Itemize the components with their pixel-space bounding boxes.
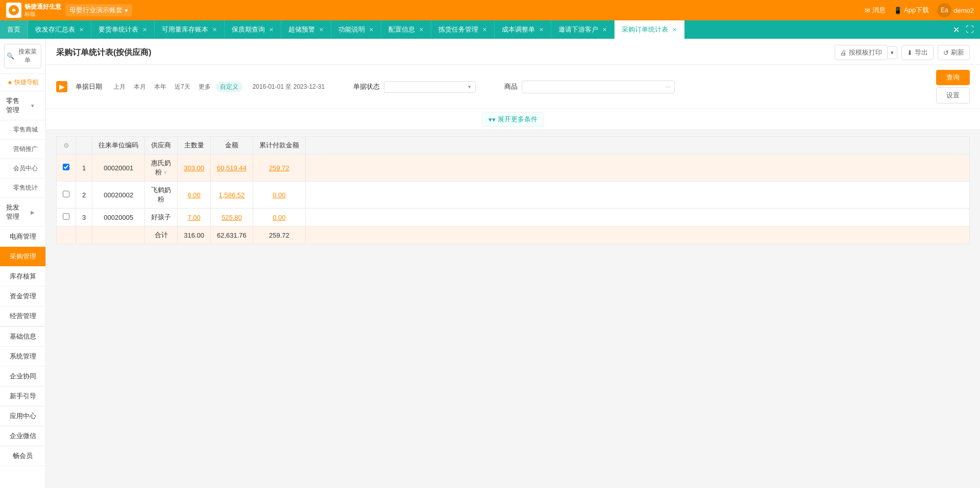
tab-保质期查询[interactable]: 保质期查询 ✕ — [225, 20, 281, 39]
sidebar: 🔍 搜索菜单 ★ 快捷导航 零售管理 ▼ 零售商城 营销推广 会员中心 零售统计… — [0, 39, 46, 488]
filter-status-group: 单据状态 ▾ — [353, 81, 476, 93]
th-checkbox: ⚙ — [57, 137, 76, 155]
sidebar-item-零售统计[interactable]: 零售统计 — [0, 178, 45, 198]
sidebar-item-企业微信[interactable]: 企业微信 — [0, 426, 45, 446]
export-button[interactable]: ⬇ 导出 — [901, 45, 934, 60]
custom-date-tag[interactable]: 自定义 — [216, 82, 242, 92]
th-code: 往来单位编码 — [92, 137, 145, 155]
filter-goods-group: 商品 ··· — [504, 81, 928, 93]
tab-close-收发存汇总表[interactable]: ✕ — [79, 27, 84, 33]
expand-more-btn[interactable]: ▾▾ 展开更多条件 — [482, 112, 544, 126]
sidebar-quicknav[interactable]: ★ 快捷导航 — [0, 74, 45, 91]
sidebar-item-新手引导[interactable]: 新手引导 — [0, 387, 45, 406]
tab-close-功能说明[interactable]: ✕ — [369, 27, 374, 33]
tab-可用量库存账本[interactable]: 可用量库存账本 ✕ — [155, 20, 225, 39]
tab-采购订单统计表[interactable]: 采购订单统计表 ✕ — [615, 20, 684, 39]
nav-close-icon[interactable]: ✕ — [951, 23, 962, 37]
refresh-icon: ↺ — [943, 49, 949, 57]
td-checkbox[interactable] — [57, 155, 76, 182]
sidebar-item-采购管理[interactable]: 采购管理 — [0, 247, 45, 267]
tab-close-拣货任务管理[interactable]: ✕ — [482, 27, 487, 33]
tab-home[interactable]: 首页 — [0, 20, 28, 39]
tab-配置信息[interactable]: 配置信息 ✕ — [381, 20, 431, 39]
status-select[interactable]: ▾ — [384, 81, 476, 93]
tab-超储预警[interactable]: 超储预警 ✕ — [281, 20, 331, 39]
sidebar-item-营销推广[interactable]: 营销推广 — [0, 140, 45, 159]
print-button[interactable]: 🖨 按模板打印 — [835, 45, 888, 60]
star-icon: ★ — [7, 79, 13, 86]
sidebar-item-基础信息[interactable]: 基础信息 — [0, 326, 45, 347]
tab-拣货任务管理[interactable]: 拣货任务管理 ✕ — [431, 20, 495, 39]
tab-close-采购订单统计表[interactable]: ✕ — [672, 27, 677, 33]
app-download-btn[interactable]: 📱 App下载 — [894, 6, 929, 15]
td-qty: 303.00 — [178, 155, 211, 182]
shortcut-近7天[interactable]: 近7天 — [172, 82, 193, 92]
td-index: 2 — [76, 182, 92, 209]
tab-要货单统计表[interactable]: 要货单统计表 ✕ — [91, 20, 155, 39]
td-qty: 6.00 — [178, 182, 211, 209]
row-checkbox[interactable] — [63, 164, 69, 170]
query-button[interactable]: 查询 — [936, 70, 970, 85]
row-checkbox[interactable] — [63, 191, 69, 197]
table-footer: 合计 316.00 62,631.76 259.72 — [57, 226, 970, 244]
tab-邀请下游客户[interactable]: 邀请下游客户 ✕ — [551, 20, 615, 39]
search-menu-button[interactable]: 🔍 搜索菜单 — [4, 44, 41, 68]
sidebar-item-系统管理[interactable]: 系统管理 — [0, 347, 45, 367]
td-supplier: 飞鹤奶粉 — [145, 182, 178, 209]
footer-qty: 316.00 — [178, 226, 211, 244]
goods-more-icon[interactable]: ··· — [666, 84, 670, 90]
shortcut-更多[interactable]: 更多 — [195, 82, 214, 92]
user-menu[interactable]: Ea demo2 — [937, 3, 974, 17]
td-checkbox[interactable] — [57, 182, 76, 209]
sidebar-item-资金管理[interactable]: 资金管理 — [0, 287, 45, 306]
filter-row-1: ▶ 单据日期 上月 本月 本年 近7天 更多 自定义 2016-01-01 至 … — [56, 70, 970, 104]
table-row[interactable]: 2 00020002 飞鹤奶粉 6.00 1,586.52 0.00 — [57, 182, 970, 209]
settings-button[interactable]: 设置 — [936, 87, 970, 104]
sidebar-item-畅会员[interactable]: 畅会员 — [0, 446, 45, 466]
table-row[interactable]: 3 00020005 好孩子 7.00 525.80 0.00 — [57, 209, 970, 226]
sidebar-item-电商管理[interactable]: 电商管理 — [0, 227, 45, 247]
date-shortcuts: 上月 本月 本年 近7天 更多 自定义 — [110, 82, 242, 92]
tab-close-配置信息[interactable]: ✕ — [419, 27, 424, 33]
goods-input[interactable]: ··· — [522, 81, 675, 93]
sidebar-item-会员中心[interactable]: 会员中心 — [0, 159, 45, 178]
workspace-selector[interactable]: 母婴行业演示账套 ▾ — [65, 4, 132, 16]
th-supplier: 供应商 — [145, 137, 178, 155]
table-header-row: ⚙ 往来单位编码 供应商 主数量 金额 累计付款金额 — [57, 137, 970, 155]
page-header-actions: 🖨 按模板打印 ▾ ⬇ 导出 ↺ 刷新 — [835, 45, 970, 60]
query-action-btns: 查询 设置 — [936, 70, 970, 104]
sidebar-search-area: 🔍 搜索菜单 — [0, 39, 45, 74]
tab-close-保质期查询[interactable]: ✕ — [269, 27, 274, 33]
logo-text: 畅捷通好生意 标版 — [24, 3, 61, 17]
sidebar-item-零售商城[interactable]: 零售商城 — [0, 120, 45, 140]
row-checkbox[interactable] — [63, 213, 69, 220]
refresh-button[interactable]: ↺ 刷新 — [938, 45, 970, 60]
sidebar-item-企业协同[interactable]: 企业协同 — [0, 367, 45, 387]
shortcut-上月[interactable]: 上月 — [110, 82, 129, 92]
tab-close-邀请下游客户[interactable]: ✕ — [602, 27, 607, 33]
settings-icon[interactable]: ⚙ — [63, 142, 69, 149]
tab-close-成本调整单[interactable]: ✕ — [539, 27, 544, 33]
print-dropdown-button[interactable]: ▾ — [888, 46, 897, 59]
tab-成本调整单[interactable]: 成本调整单 ✕ — [495, 20, 551, 39]
shortcut-本月[interactable]: 本月 — [131, 82, 149, 92]
sidebar-item-零售管理[interactable]: 零售管理 ▼ — [0, 91, 45, 120]
sidebar-item-库存核算[interactable]: 库存核算 — [0, 267, 45, 287]
sidebar-item-应用中心[interactable]: 应用中心 — [0, 406, 45, 426]
filter-toggle-btn[interactable]: ▶ — [56, 81, 67, 92]
nav-expand-icon[interactable]: ⛶ — [964, 23, 976, 36]
tab-close-超储预警[interactable]: ✕ — [319, 27, 324, 33]
tab-close-可用量库存账本[interactable]: ✕ — [212, 27, 217, 33]
shortcut-本年[interactable]: 本年 — [151, 82, 169, 92]
tab-功能说明[interactable]: 功能说明 ✕ — [331, 20, 381, 39]
footer-amount: 62,631.76 — [211, 226, 253, 244]
chevron-right-icon: ▶ — [23, 210, 43, 215]
tab-close-要货单统计表[interactable]: ✕ — [142, 27, 147, 33]
table-row[interactable]: 1 00020001 惠氏奶粉 ▾ 303.00 60,519.44 259.7… — [57, 155, 970, 182]
tab-收发存汇总表[interactable]: 收发存汇总表 ✕ — [28, 20, 91, 39]
message-btn[interactable]: ✉ 消息 — [865, 6, 886, 15]
sidebar-item-批发管理[interactable]: 批发管理 ▶ — [0, 198, 45, 227]
sidebar-item-经营管理[interactable]: 经营管理 — [0, 306, 45, 326]
td-checkbox[interactable] — [57, 209, 76, 226]
footer-row: 合计 316.00 62,631.76 259.72 — [57, 226, 970, 244]
